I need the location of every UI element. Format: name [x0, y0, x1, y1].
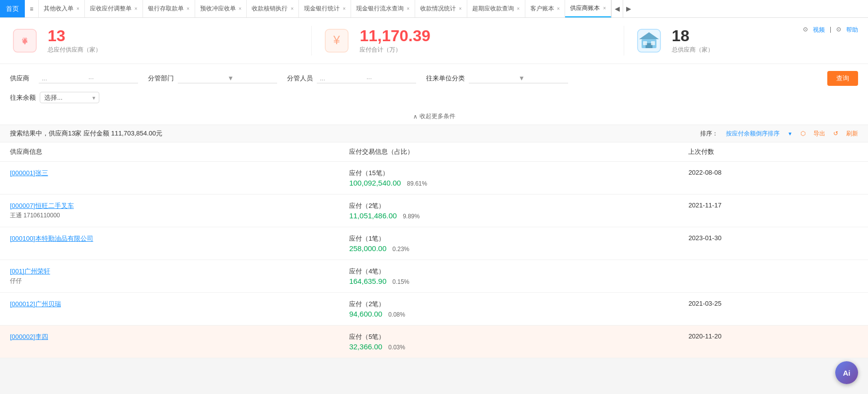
- results-bar: 搜索结果中，供应商13家 应付金额 111,703,854.00元 排序： 按应…: [0, 125, 868, 142]
- supplier-dots[interactable]: ···: [88, 74, 135, 82]
- tab-label-4: 银行存取款单: [148, 4, 184, 13]
- svg-text:¥: ¥: [333, 33, 341, 47]
- supplier-link-0[interactable]: [000001]张三: [10, 169, 48, 177]
- table-row: [000100]本特勤油品有限公司 应付（1笔） 258,000.00 0.23…: [0, 227, 868, 260]
- col-header-tx: 应付交易信息（占比）: [349, 147, 688, 156]
- nav-next-arrow[interactable]: ▶: [623, 0, 634, 17]
- tab-close-4[interactable]: ×: [187, 6, 190, 11]
- collapse-button[interactable]: ∧ 收起更多条件: [10, 109, 858, 125]
- table-header: 供应商信息 应付交易信息（占比） 上次付数: [0, 142, 868, 162]
- sort-arrow: ▼: [788, 131, 793, 136]
- tab-close-2[interactable]: ×: [76, 6, 79, 11]
- tab-close-6[interactable]: ×: [290, 6, 293, 11]
- refresh-button[interactable]: 刷新: [846, 130, 858, 138]
- balance-filter-label: 往来余额: [10, 93, 36, 102]
- supplier-link-3[interactable]: [001]广州荣轩: [10, 267, 50, 275]
- supplier-sub-3: 仔仔: [10, 277, 349, 285]
- tx-label-4: 应付（2笔）: [349, 300, 688, 309]
- query-button[interactable]: 查询: [827, 71, 858, 86]
- tx-label-0: 应付（15笔）: [349, 169, 688, 178]
- last-pay-4: 2021-03-25: [688, 300, 858, 307]
- refresh-icon: ↺: [833, 130, 838, 137]
- tab-close-10[interactable]: ×: [517, 6, 520, 11]
- svg-rect-9: [643, 41, 647, 45]
- supplier-sub-1: 王通 17106110000: [10, 211, 349, 220]
- person-dropdown[interactable]: ... ···: [317, 73, 416, 83]
- person-dots[interactable]: ···: [366, 74, 413, 82]
- tab-close-5[interactable]: ×: [239, 6, 242, 11]
- supplier-link-5[interactable]: [000002]李四: [10, 333, 48, 340]
- nav-tab-6[interactable]: 收款核销执行 ×: [247, 0, 299, 17]
- sort-select[interactable]: 按应付余额倒序排序: [726, 130, 780, 138]
- tab-close-9[interactable]: ×: [459, 6, 462, 11]
- stat-label-amount: 应付合计（万）: [360, 46, 430, 54]
- dept-dropdown[interactable]: ▼: [178, 73, 277, 83]
- nav-tab-10[interactable]: 超期应收款查询 ×: [467, 0, 525, 17]
- nav-tab-12[interactable]: 供应商账本 ×: [565, 0, 611, 17]
- stat-info-total: 18 总供应商（家）: [672, 28, 714, 54]
- nav-tab-4[interactable]: 银行存取款单 ×: [143, 0, 195, 17]
- supplier-link-2[interactable]: [000100]本特勤油品有限公司: [10, 235, 93, 242]
- category-dropdown[interactable]: ▼: [469, 73, 568, 83]
- help-link[interactable]: 帮助: [846, 26, 858, 34]
- nav-tab-7[interactable]: 现金银行统计 ×: [299, 0, 351, 17]
- supplier-info-0: [000001]张三: [10, 169, 349, 178]
- supplier-filter-label: 供应商: [10, 74, 35, 83]
- home-tab[interactable]: 首页: [0, 0, 25, 17]
- tab-close-8[interactable]: ×: [407, 6, 410, 11]
- filter-dept: 分管部门 ▼: [148, 73, 277, 83]
- video-link[interactable]: 视频: [813, 26, 825, 34]
- col-header-lastpay: 上次付数: [688, 147, 858, 156]
- tab-close-7[interactable]: ×: [343, 6, 346, 11]
- filter-row-2: 往来余额 选择... 有余额 无余额 ▼: [10, 92, 858, 103]
- person-placeholder: ...: [320, 74, 366, 82]
- tx-amount-2: 258,000.00: [349, 244, 386, 253]
- tab-close-3[interactable]: ×: [135, 6, 138, 11]
- stat-number-total: 18: [672, 28, 714, 44]
- nav-tab-11[interactable]: 客户账本 ×: [525, 0, 566, 17]
- top-navigation: 首页 ≡ 其他收入单 × 应收应付调整单 × 银行存取款单 × 预收冲应收单 ×…: [0, 0, 868, 18]
- balance-select[interactable]: 选择... 有余额 无余额: [40, 92, 99, 103]
- tx-info-4: 应付（2笔） 94,600.00 0.08%: [349, 300, 688, 318]
- supplier-info-1: [000007]恒旺二手叉车 王通 17106110000: [10, 201, 349, 220]
- stat-label-suppliers: 总应付供应商（家）: [48, 46, 101, 54]
- tab-close-12[interactable]: ×: [603, 5, 606, 11]
- nav-tab-8[interactable]: 现金银行流水查询 ×: [351, 0, 415, 17]
- dept-arrow: ▼: [227, 74, 274, 82]
- tx-amount-5: 32,366.00: [349, 342, 382, 351]
- nav-tab-2[interactable]: 其他收入单 ×: [39, 0, 85, 17]
- tab-label-2: 其他收入单: [44, 4, 73, 13]
- results-summary: 搜索结果中，供应商13家 应付金额 111,703,854.00元: [10, 129, 162, 138]
- supplier-table: 供应商信息 应付交易信息（占比） 上次付数 [000001]张三 应付（15笔）…: [0, 142, 868, 358]
- nav-tab-5[interactable]: 预收冲应收单 ×: [195, 0, 247, 17]
- nav-tab-9[interactable]: 收款情况统计 ×: [415, 0, 467, 17]
- supplier-link-1[interactable]: [000007]恒旺二手叉车: [10, 202, 74, 209]
- stat-label-total: 总供应商（家）: [672, 46, 714, 54]
- supplier-placeholder: ...: [42, 74, 88, 82]
- tab-label-12: 供应商账本: [570, 4, 600, 12]
- stat-number-amount: 11,170.39: [360, 28, 430, 44]
- tx-percent-5: 0.03%: [388, 344, 405, 351]
- table-row: [000012]广州贝瑞 应付（2笔） 94,600.00 0.08% 2021…: [0, 293, 868, 326]
- tab-label-11: 客户账本: [530, 4, 554, 13]
- filter-balance: 往来余额 选择... 有余额 无余额 ▼: [10, 92, 99, 103]
- nav-tab-3[interactable]: 应收应付调整单 ×: [85, 0, 143, 17]
- tab-label-5: 预收冲应收单: [200, 4, 236, 13]
- supplier-dropdown[interactable]: ... ···: [39, 73, 138, 83]
- nav-tab-1[interactable]: ≡: [25, 0, 39, 17]
- svg-text:供: 供: [22, 37, 28, 44]
- tx-amount-4: 94,600.00: [349, 310, 382, 318]
- nav-prev-arrow[interactable]: ◀: [611, 0, 623, 17]
- stat-info-suppliers: 13 总应付供应商（家）: [48, 28, 101, 54]
- export-button[interactable]: 导出: [813, 130, 825, 138]
- supplier-info-2: [000100]本特勤油品有限公司: [10, 234, 349, 243]
- category-filter-label: 往来单位分类: [426, 74, 465, 83]
- stat-block-suppliers: ♦ 供 13 总应付供应商（家）: [10, 26, 312, 56]
- stat-block-amount: ¥ 11,170.39 应付合计（万）: [322, 26, 624, 56]
- supplier-link-4[interactable]: [000012]广州贝瑞: [10, 300, 61, 308]
- table-row: [000007]恒旺二手叉车 王通 17106110000 应付（2笔） 11,…: [0, 195, 868, 227]
- tx-info-3: 应付（4笔） 164,635.90 0.15%: [349, 267, 688, 285]
- tx-percent-4: 0.08%: [388, 311, 405, 318]
- tx-info-1: 应付（2笔） 11,051,486.00 9.89%: [349, 201, 688, 220]
- tab-close-11[interactable]: ×: [557, 6, 560, 11]
